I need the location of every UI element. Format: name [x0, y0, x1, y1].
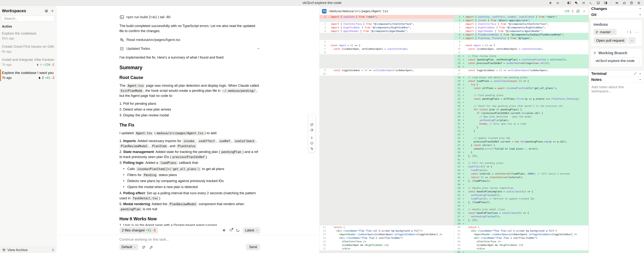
code-text: [465, 182, 588, 186]
monitor-icon[interactable]: [310, 142, 314, 145]
run-icon[interactable]: [310, 136, 314, 140]
workspace-item[interactable]: Install and integrate Vibe Kanban Web C …: [0, 56, 56, 69]
diff-marker: [327, 68, 331, 72]
git-section-header[interactable]: Git: [589, 12, 644, 18]
line-number: [320, 222, 327, 226]
assistant-paragraph: The build completed successfully with no…: [120, 23, 260, 34]
todo-list-icon[interactable]: [229, 228, 233, 232]
gear-icon[interactable]: [637, 1, 640, 5]
working-branch-input[interactable]: [596, 59, 642, 63]
expand-icon[interactable]: [634, 72, 636, 75]
terminal-section-header[interactable]: Terminal: [589, 71, 644, 77]
hide-diff-icon[interactable]: [310, 123, 314, 126]
pause-icon[interactable]: [548, 1, 552, 5]
code-text: import { PlanItem, PlanStatus } from "@/…: [465, 36, 588, 40]
list-item: 5. Modal rendering: Added the PlanReview…: [120, 202, 260, 212]
spark-icon[interactable]: [222, 228, 226, 232]
list-item: Calls invoke<PlanItem[]>('get_all_plans'…: [120, 166, 260, 171]
workspace-item[interactable]: Explore the codebase I want you to exp 7…: [0, 69, 56, 82]
diff-split-view[interactable]: 1-import { useState } from "react";2impo…: [320, 15, 588, 253]
menu-icon[interactable]: [615, 1, 619, 5]
changes-section-header[interactable]: Changes: [589, 6, 644, 12]
megaphone-icon[interactable]: [622, 1, 626, 5]
inline-code: Pending: [142, 173, 158, 177]
add-workspace-button[interactable]: [50, 9, 54, 13]
line-number: 12: [320, 229, 327, 232]
diff-line: 3import { ChatInterface } from "@/compon…: [454, 22, 588, 26]
copy-icon[interactable]: [310, 128, 314, 132]
shapes-icon[interactable]: [574, 1, 578, 5]
diff-marker: [327, 158, 331, 161]
diff-marker: +: [462, 65, 465, 68]
view-archive-button[interactable]: View Archive 0: [0, 246, 56, 253]
list-item: Detects new plans by comparing against p…: [120, 178, 260, 183]
line-number: 18: [454, 76, 462, 79]
diff-line: 67+: [454, 250, 588, 253]
diff-marker: +: [462, 115, 465, 118]
model-dropdown[interactable]: Default: [120, 244, 138, 250]
layers-icon[interactable]: [44, 9, 48, 13]
code-text: const previousPlanIdsRef = useRef<Set<st…: [465, 61, 588, 65]
diff-old-pane: 1-import { useState } from "react";2impo…: [320, 15, 454, 253]
tool-call-row[interactable]: Updated Todos: [120, 46, 260, 51]
diff-marker: +: [462, 140, 465, 144]
diff-line: 13 <AgentHeader sidebarOpen={sidebarOpen…: [320, 232, 454, 236]
drag-handle-icon[interactable]: [310, 115, 314, 118]
line-number: [320, 36, 327, 40]
conversation-scroll[interactable]: npm run build 2>&1 | tail -80The build c…: [56, 6, 319, 226]
monitor-icon[interactable]: [596, 1, 600, 5]
git-compare-icon[interactable]: [310, 147, 314, 150]
diff-marker: +: [462, 197, 465, 200]
line-number: 24: [454, 97, 462, 100]
collapse-up-icon[interactable]: [556, 1, 560, 5]
send-button[interactable]: Send: [246, 244, 260, 250]
tool-call-row[interactable]: Read medusa/src/pages/Agent.tsx: [120, 37, 260, 42]
attach-icon[interactable]: [142, 245, 146, 249]
pen-icon[interactable]: [150, 245, 153, 249]
diff-line: [320, 218, 454, 222]
line-number: [320, 168, 327, 172]
more-actions-button[interactable]: ···: [634, 30, 639, 34]
terminal-icon[interactable]: [589, 1, 593, 5]
line-number: 41: [454, 158, 462, 161]
branch-selector[interactable]: master: [594, 29, 616, 35]
file-icon: [38, 76, 41, 79]
diff-marker: [327, 72, 331, 76]
files-changed-badge[interactable]: 2 files changed +61 -3: [120, 227, 158, 234]
code-text: [331, 94, 454, 97]
notes-section-header[interactable]: Notes: [589, 77, 644, 83]
message-input[interactable]: [120, 238, 260, 242]
collapse-file-icon[interactable]: [582, 10, 586, 13]
code-text: // Update tracked plan IDs: [465, 136, 588, 140]
diff-line: [320, 126, 454, 129]
line-number: 14: [320, 236, 327, 240]
workspace-time: 7h ago: [2, 76, 12, 80]
diff-line: [320, 190, 454, 193]
version-dropdown[interactable]: Latest: [243, 227, 260, 234]
diff-file-header[interactable]: TS /medusa/medusa/src/pages/Agent.tsx +5…: [320, 8, 588, 15]
chevron-down-icon: [639, 78, 642, 81]
workspace-item[interactable]: Explore the codebase 35m ago: [0, 29, 56, 42]
open-pull-request-button[interactable]: Open pull request: [594, 37, 627, 44]
tool-call-row[interactable]: npm run build 2>&1 | tail -80: [120, 14, 260, 20]
notes-placeholder[interactable]: Add notes about this workspace...: [589, 83, 644, 96]
panel-right-icon[interactable]: [604, 1, 608, 5]
chevron-down-icon[interactable]: [257, 47, 260, 50]
diff-line: 7 const [sidebarOpen, setSidebarOpen] = …: [320, 47, 454, 51]
pr-options-button[interactable]: [628, 37, 636, 44]
diff-marker: [327, 236, 331, 240]
git-arrows-icon[interactable]: [582, 1, 586, 5]
diff-line: 17 </div>: [320, 247, 454, 250]
workspace-item[interactable]: Create Good First Issues on Github So p …: [0, 42, 56, 56]
diff-marker: +: [462, 150, 465, 154]
diff-marker: +: [462, 179, 465, 182]
diff-marker: [327, 94, 331, 97]
help-icon[interactable]: [630, 1, 633, 5]
panel-left-icon[interactable]: [567, 1, 571, 5]
diff-line: [320, 18, 454, 22]
toggle-diff-view-icon[interactable]: [576, 10, 580, 13]
search-input[interactable]: [2, 16, 55, 22]
code-text: import { useState } from "react";: [331, 15, 454, 18]
line-number: 58: [454, 218, 462, 222]
code-text: <ChatInterface />: [465, 240, 588, 243]
